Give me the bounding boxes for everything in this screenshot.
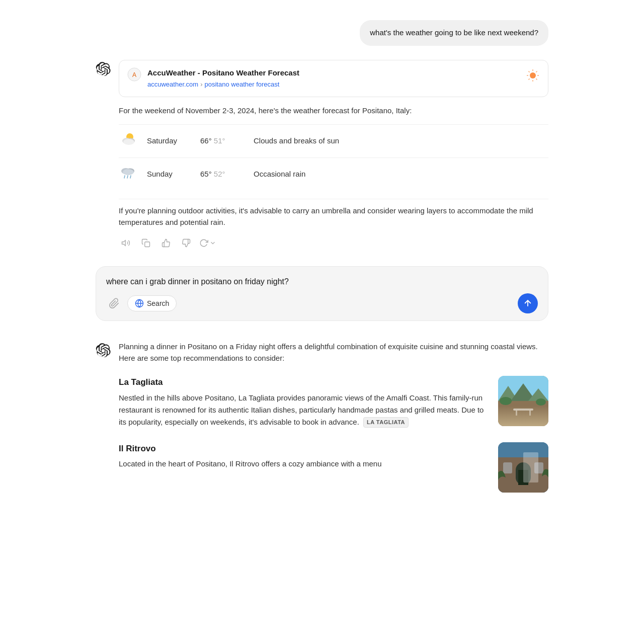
svg-line-7 [529,71,530,72]
svg-rect-35 [529,411,531,416]
saturday-weather-icon [119,130,139,152]
svg-line-18 [124,176,125,178]
restaurant-card-la-tagliata: La Tagliata Nestled in the hills above P… [119,376,548,428]
svg-point-17 [123,169,134,175]
sunday-temp: 65° 52° [200,169,246,180]
source-card-title: AccuWeather - Positano Weather Forecast [147,67,540,79]
svg-point-31 [500,397,512,405]
la-tagliata-name: La Tagliata [119,376,488,389]
ai-response-1: A AccuWeather - Positano Weather Forecas… [96,60,548,251]
copy-icon[interactable] [139,236,153,250]
ai-content-2: Planning a dinner in Positano on a Frida… [119,341,548,507]
svg-rect-22 [145,242,150,247]
saturday-label: Saturday [147,135,192,147]
svg-line-9 [536,71,537,72]
la-tagliata-tag: LA TAGLIATA [363,417,409,428]
ai-content-1: A AccuWeather - Positano Weather Forecas… [119,60,548,251]
search-button-label: Search [147,299,169,307]
svg-marker-21 [122,240,126,246]
forecast-advice-text: If you're planning outdoor activities, i… [119,199,548,228]
svg-point-32 [536,398,546,406]
svg-rect-41 [534,462,543,473]
search-button[interactable]: Search [127,295,177,311]
user-message-1: what's the weather going to be like next… [96,10,548,46]
sunday-weather-icon [119,163,139,186]
forecast-intro-text: For the weekend of November 2-3, 2024, h… [119,105,548,117]
la-tagliata-image [498,376,548,426]
il-ritrovo-text: Il Ritrovo Located in the heart of Posit… [119,442,488,470]
il-ritrovo-image [498,442,548,493]
sunday-desc: Occasional rain [254,169,305,180]
svg-rect-38 [516,462,531,485]
ai-avatar-1 [96,62,111,77]
svg-rect-40 [503,462,512,473]
saturday-temp: 66° 51° [200,135,246,147]
input-left-actions: Search [106,295,177,311]
input-box: Search [96,266,548,321]
thumbs-up-icon[interactable] [159,236,173,250]
thumbs-down-icon[interactable] [179,236,193,250]
la-tagliata-text: La Tagliata Nestled in the hills above P… [119,376,488,428]
chat-input[interactable] [106,277,538,286]
svg-line-20 [130,176,131,178]
restaurant-card-il-ritrovo: Il Ritrovo Located in the heart of Posit… [119,442,548,493]
source-card-body: AccuWeather - Positano Weather Forecast … [147,67,540,90]
response-action-icons [119,236,548,250]
source-path: positano weather forecast [205,79,280,90]
user-bubble-1: what's the weather going to be like next… [360,20,548,46]
ai-response-2: Planning a dinner in Positano on a Frida… [96,341,548,507]
svg-rect-39 [518,470,528,485]
svg-point-2 [530,72,536,78]
source-card-accuweather: A AccuWeather - Positano Weather Forecas… [119,60,548,97]
ai-avatar-2 [96,343,111,358]
weather-row-saturday: Saturday 66° 51° Clouds and breaks of su… [119,124,548,157]
source-domain: accuweather.com [147,79,198,90]
svg-line-8 [536,78,537,79]
il-ritrovo-name: Il Ritrovo [119,442,488,455]
svg-rect-34 [516,411,517,416]
la-tagliata-desc: Nestled in the hills above Positano, La … [119,392,488,428]
weather-row-sunday: Sunday 65° 52° Occasional rain [119,157,548,191]
svg-line-19 [127,176,128,178]
svg-line-10 [529,78,530,79]
svg-rect-33 [513,409,533,411]
sunday-label: Sunday [147,169,192,180]
source-card-url: accuweather.com › positano weather forec… [147,79,540,90]
saturday-desc: Clouds and breaks of sun [254,135,339,147]
user-bubble-1-text: what's the weather going to be like next… [370,28,538,37]
input-actions-row: Search [106,293,538,313]
refresh-dropdown[interactable] [199,238,216,248]
speak-icon[interactable] [119,236,133,250]
sun-weather-icon [526,68,540,86]
source-arrow: › [200,79,202,90]
send-button[interactable] [518,293,538,313]
svg-text:A: A [132,71,136,78]
il-ritrovo-desc: Located in the heart of Positano, Il Rit… [119,458,488,470]
accuweather-logo: A [127,67,141,82]
restaurant-intro-text: Planning a dinner in Positano on a Frida… [119,341,548,364]
weather-forecast-table: Saturday 66° 51° Clouds and breaks of su… [119,124,548,191]
attach-button[interactable] [106,295,122,311]
svg-point-14 [123,139,134,145]
